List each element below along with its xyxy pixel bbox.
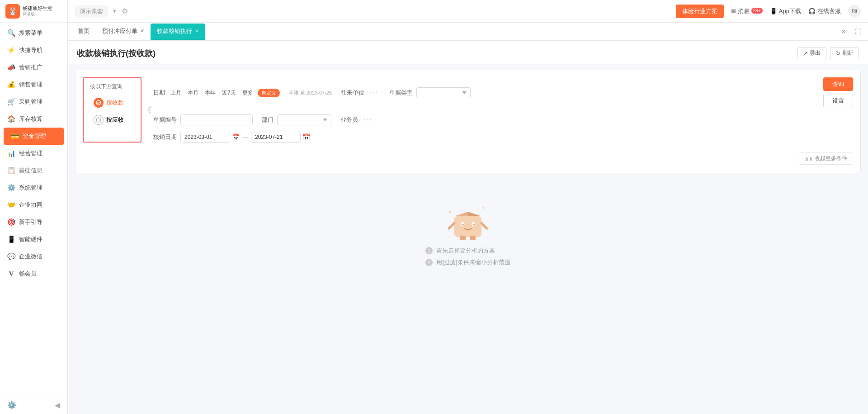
sidebar-item-quick-nav[interactable]: ⚡ 快捷导航 xyxy=(0,42,67,59)
settings-button[interactable]: 设置 xyxy=(823,94,853,108)
online-service-icon: 🎧 xyxy=(808,8,816,14)
dept-label: 部门 xyxy=(262,116,274,124)
sidebar-item-search[interactable]: 🔍 搜索菜单 xyxy=(0,24,67,42)
basic-info-icon: 📋 xyxy=(7,167,15,175)
verify-date-from-input[interactable] xyxy=(180,132,230,143)
collapse-more-button[interactable]: ∧∧ 收起更多条件 xyxy=(799,152,853,165)
sidebar-label-sales: 销售管理 xyxy=(19,81,42,89)
tab-prepay-close[interactable]: ✕ xyxy=(140,28,144,34)
topbar: 演示账套 ▾ ⚙ 体验行业方案 ✉ 消息 99+ 📱 App下载 🎧 在线客服 … xyxy=(68,0,868,23)
tab-maximize-button[interactable]: ⛶ xyxy=(852,25,864,38)
sidebar-item-smart-hw[interactable]: 📱 智能硬件 xyxy=(0,231,67,248)
date-btn-last-month[interactable]: 上月 xyxy=(169,88,183,98)
sidebar-item-guide[interactable]: 🎯 新手引导 xyxy=(0,214,67,231)
sidebar-item-basic-info[interactable]: 📋 基础信息 xyxy=(0,162,67,179)
tab-receipt-verify-close[interactable]: ✕ xyxy=(195,28,199,34)
sidebar-item-finance[interactable]: 💳 资金管理 xyxy=(4,128,64,145)
page-actions: ↗ 导出 ↻ 刷新 xyxy=(797,47,859,59)
sidebar-label-smart-hw: 智能硬件 xyxy=(19,235,42,243)
doc-number-input[interactable] xyxy=(180,114,253,125)
sidebar-item-operations[interactable]: 📊 经营管理 xyxy=(0,145,67,162)
date-btn-this-year[interactable]: 本年 xyxy=(203,88,217,98)
empty-tip-2: 2 用[过滤]条件来缩小分析范围 xyxy=(425,258,510,266)
company-name[interactable]: 演示账套 xyxy=(75,5,108,17)
verify-date-to-input[interactable] xyxy=(251,132,301,143)
by-receivable-label: 按应收 xyxy=(106,116,124,124)
message-item[interactable]: ✉ 消息 99+ xyxy=(731,7,763,15)
topbar-dropdown-icon[interactable]: ▾ xyxy=(113,8,116,14)
tab-prepay[interactable]: 预付冲应付单 ✕ xyxy=(96,24,151,40)
marketing-icon: 📣 xyxy=(7,63,15,71)
smart-hw-icon: 📱 xyxy=(7,235,15,243)
by-receipt-label: 按收款 xyxy=(106,99,124,107)
sidebar-item-inventory[interactable]: 🏠 库存核算 xyxy=(0,110,67,128)
sidebar-footer: ⚙️ ◀ xyxy=(0,396,67,414)
tab-home[interactable]: 首页 xyxy=(71,24,96,40)
date-btn-this-month[interactable]: 本月 xyxy=(186,88,200,98)
page-header: 收款核销执行(按收款) ↗ 导出 ↻ 刷新 xyxy=(68,41,868,64)
online-service-item[interactable]: 🎧 在线客服 xyxy=(808,7,841,15)
filter-collapse-button[interactable]: 《 xyxy=(142,77,153,143)
tab-prepay-label: 预付冲应付单 xyxy=(102,27,137,35)
empty-icon: ✦ ✦ xyxy=(445,200,491,241)
sidebar-item-wechat[interactable]: 💬 企业微信 xyxy=(0,248,67,265)
quick-nav-icon: ⚡ xyxy=(7,46,15,54)
dept-select[interactable] xyxy=(277,114,331,125)
logo-sub: 标准版 xyxy=(23,11,52,17)
export-button[interactable]: ↗ 导出 xyxy=(797,47,826,59)
svg-point-1 xyxy=(96,118,101,122)
sidebar-item-system[interactable]: ⚙️ 系统管理 xyxy=(0,179,67,196)
svg-rect-12 xyxy=(470,236,476,240)
empty-tips: 1 请先选择要分析的方案 2 用[过滤]条件来缩小分析范围 xyxy=(425,247,510,266)
tab-receipt-verify[interactable]: 收款核销执行 ✕ xyxy=(151,24,205,40)
sidebar-label-quick-nav: 快捷导航 xyxy=(19,46,42,54)
solution-button[interactable]: 体验行业方案 xyxy=(676,5,724,18)
verify-date-from-cal-icon[interactable]: 📅 xyxy=(232,133,240,141)
content-area: 收款核销执行(按收款) ↗ 导出 ↻ 刷新 按以下方查询 xyxy=(68,41,868,414)
filter-option-by-receivable[interactable]: 按应收 xyxy=(90,113,134,127)
topbar-right: 体验行业方案 ✉ 消息 99+ 📱 App下载 🎧 在线客服 Rit xyxy=(676,5,861,18)
sidebar-label-finance: 资金管理 xyxy=(23,132,46,140)
topbar-settings-icon[interactable]: ⚙ xyxy=(122,7,128,15)
date-btn-more[interactable]: 更多 xyxy=(241,88,255,98)
sidebar-item-cooperation[interactable]: 🤝 企业协同 xyxy=(0,196,67,214)
user-avatar[interactable]: Rit xyxy=(848,5,861,18)
sidebar-item-vip[interactable]: V 畅会员 xyxy=(0,265,67,282)
date-btn-7days[interactable]: 近7天 xyxy=(220,88,238,98)
sidebar-item-marketing[interactable]: 📣 营销推广 xyxy=(0,59,67,76)
staff-field: 业务员 ··· xyxy=(340,116,374,124)
sidebar-item-sales[interactable]: 💰 销售管理 xyxy=(0,76,67,93)
refresh-label: 刷新 xyxy=(842,49,853,57)
refresh-button[interactable]: ↻ 刷新 xyxy=(830,47,859,59)
doc-type-label: 单据类型 xyxy=(389,89,413,97)
empty-state: ✦ ✦ 1 请先选择要分析的方案 2 用[过滤]条件来缩小分析范围 xyxy=(68,173,868,294)
collapse-sidebar-icon[interactable]: ◀ xyxy=(55,401,60,409)
sidebar-item-purchase[interactable]: 🛒 采购管理 xyxy=(0,93,67,110)
collapse-icon: 《 xyxy=(143,105,151,115)
date-no-limit: 不限 至 2023-07-26 xyxy=(289,90,332,96)
counterparty-dots[interactable]: ··· xyxy=(368,89,380,97)
verify-date-to-cal-icon[interactable]: 📅 xyxy=(302,133,310,141)
verify-date-range: 📅 — 📅 xyxy=(180,132,310,143)
verify-date-field: 核销日期 📅 — 📅 xyxy=(153,132,310,143)
search-icon: 🔍 xyxy=(7,29,15,37)
svg-point-8 xyxy=(473,224,475,225)
sidebar-label-basic-info: 基础信息 xyxy=(19,167,42,175)
query-button[interactable]: 查询 xyxy=(823,77,853,91)
settings-icon[interactable]: ⚙️ xyxy=(7,401,16,409)
operations-icon: 📊 xyxy=(7,149,15,157)
doc-type-select[interactable] xyxy=(416,87,471,98)
tip-num-2: 2 xyxy=(425,259,433,266)
date-btn-custom[interactable]: 自定义 xyxy=(258,89,280,97)
logo-name: 畅捷通好生意 xyxy=(23,5,52,11)
export-label: 导出 xyxy=(810,49,821,57)
sales-icon: 💰 xyxy=(7,81,15,89)
staff-dots[interactable]: ··· xyxy=(362,116,374,124)
tab-close-all-button[interactable]: ✕ xyxy=(837,25,850,38)
filter-option-by-receipt[interactable]: 按收款 xyxy=(90,96,134,109)
app-download-item[interactable]: 📱 App下载 xyxy=(770,7,801,15)
inventory-icon: 🏠 xyxy=(7,115,15,123)
tab-home-label: 首页 xyxy=(78,27,90,35)
doc-number-field: 单据编号 xyxy=(153,114,253,125)
logo-icon: 🐰 xyxy=(5,4,20,19)
